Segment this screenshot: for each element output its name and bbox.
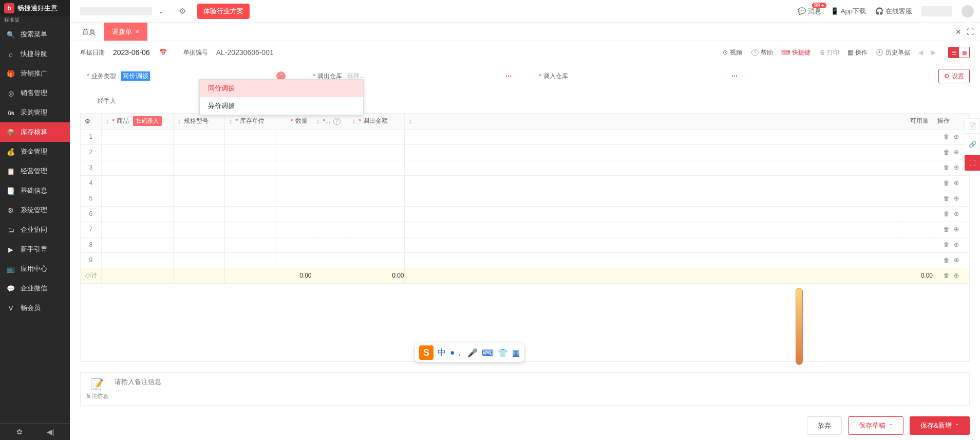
more-icon[interactable]: ⋯ xyxy=(505,72,512,80)
menu-guide[interactable]: ▶新手引导 xyxy=(0,240,70,259)
table-row[interactable]: 2🗑⊕ xyxy=(81,144,969,160)
menu-inventory[interactable]: 📦库存核算 xyxy=(0,122,70,142)
ime-punct-icon[interactable]: ●， xyxy=(450,347,463,358)
help-link[interactable]: ?帮助 xyxy=(750,48,773,57)
ime-voice-icon[interactable]: 🎤 xyxy=(467,348,478,358)
collapse-icon[interactable]: ◀| xyxy=(35,428,66,436)
table-row[interactable]: 6🗑⊕ xyxy=(81,206,969,222)
copy-icon[interactable]: ⊕ xyxy=(954,241,959,248)
copy-icon[interactable]: ⊕ xyxy=(954,195,959,202)
column-config-icon[interactable]: ⚙ xyxy=(81,114,101,129)
menu-appcenter[interactable]: 📺应用中心 xyxy=(0,259,70,279)
table-row[interactable]: 9🗑⊕ xyxy=(81,252,969,268)
delete-icon[interactable]: 🗑 xyxy=(944,256,950,264)
copy-icon[interactable]: ⊕ xyxy=(954,226,959,233)
copy-icon[interactable]: ⊕ xyxy=(954,272,959,279)
video-link[interactable]: ⊙视频 xyxy=(723,48,742,57)
tab-close-all-icon[interactable]: ✕ xyxy=(955,28,962,36)
col-spec[interactable]: 规格型号 xyxy=(184,117,209,125)
col-quantity[interactable]: 数量 xyxy=(295,117,308,125)
fullscreen-icon[interactable]: ⛶ xyxy=(967,28,974,36)
sort-icon[interactable]: ▲▼ xyxy=(106,119,109,124)
menu-system[interactable]: ⚙系统管理 xyxy=(0,200,70,220)
notes-input[interactable] xyxy=(115,378,964,386)
operate-link[interactable]: ▦操作 xyxy=(847,48,868,57)
view-list-icon[interactable]: ☰ xyxy=(949,47,959,58)
config-button[interactable]: ⚙设置 xyxy=(938,69,970,83)
dock-expand-icon[interactable]: ⛶ xyxy=(965,155,980,171)
out-warehouse-select[interactable]: 选择... ⋯ xyxy=(347,69,512,83)
sort-icon[interactable]: ▲▼ xyxy=(178,119,181,124)
menu-collab[interactable]: 🗂企业协同 xyxy=(0,220,70,240)
copy-icon[interactable]: ⊕ xyxy=(954,210,959,217)
ime-lang[interactable]: 中 xyxy=(438,347,446,358)
copy-icon[interactable]: ⊕ xyxy=(954,149,959,156)
dropdown-option-same-price[interactable]: 同价调拨 xyxy=(200,80,363,97)
menu-business[interactable]: 📋经营管理 xyxy=(0,161,70,181)
col-ellipsis[interactable]: *... xyxy=(323,118,330,125)
menu-quicknav[interactable]: ⌂快捷导航 xyxy=(0,44,70,64)
next-icon[interactable]: ▶ xyxy=(931,49,936,56)
col-out-amount[interactable]: 调出金额 xyxy=(363,117,388,125)
settings-button[interactable]: ⚙ xyxy=(173,3,192,19)
save-draft-button[interactable]: 保存草稿⌃ xyxy=(848,416,903,435)
abandon-button[interactable]: 放弃 xyxy=(807,416,842,435)
print-link[interactable]: 🖨打印 xyxy=(819,48,839,57)
ime-keyboard-icon[interactable]: ⌨ xyxy=(482,348,494,358)
help-icon[interactable]: ? xyxy=(333,118,341,125)
dropdown-option-diff-price[interactable]: 异价调拨 xyxy=(200,97,363,115)
messages-link[interactable]: 💬 消息 99 + xyxy=(798,7,821,16)
view-grid-icon[interactable]: ▦ xyxy=(959,47,969,58)
delete-icon[interactable]: 🗑 xyxy=(944,195,950,202)
thermometer-widget[interactable] xyxy=(796,288,803,365)
experience-plan-button[interactable]: 体验行业方案 xyxy=(197,4,250,19)
copy-icon[interactable]: ⊕ xyxy=(954,133,959,140)
delete-icon[interactable]: 🗑 xyxy=(944,272,950,279)
scan-badge[interactable]: 扫码录入 xyxy=(133,116,162,126)
support-link[interactable]: 🎧在线客服 xyxy=(875,7,912,16)
delete-icon[interactable]: 🗑 xyxy=(944,210,950,217)
ime-logo-icon[interactable]: S xyxy=(419,345,434,360)
copy-icon[interactable]: ⊕ xyxy=(954,164,959,171)
delete-icon[interactable]: 🗑 xyxy=(944,133,950,140)
in-warehouse-select[interactable]: ⋯ xyxy=(573,69,738,83)
app-download-link[interactable]: 📱App下载 xyxy=(831,7,866,16)
hotkey-link[interactable]: ⌨快捷键 xyxy=(781,48,811,57)
settings-icon[interactable]: ✿ xyxy=(4,428,35,436)
org-selector[interactable]: ⌄ xyxy=(76,5,167,17)
menu-wechat[interactable]: 💬企业微信 xyxy=(0,279,70,298)
more-icon[interactable]: ⋯ xyxy=(731,72,738,80)
table-row[interactable]: 5🗑⊕ xyxy=(81,191,969,206)
sort-icon[interactable]: ▲▼ xyxy=(352,119,356,124)
sort-icon[interactable]: ▲▼ xyxy=(409,119,412,124)
calendar-icon[interactable]: 📅 xyxy=(159,49,167,56)
delete-icon[interactable]: 🗑 xyxy=(944,179,950,187)
prev-icon[interactable]: ◀ xyxy=(918,49,923,56)
table-row[interactable]: 4🗑⊕ xyxy=(81,175,969,191)
col-product[interactable]: 商品 xyxy=(117,117,129,125)
close-icon[interactable]: ✕ xyxy=(135,29,139,34)
copy-icon[interactable]: ⊕ xyxy=(954,256,959,264)
delete-icon[interactable]: 🗑 xyxy=(944,149,950,156)
ime-skin-icon[interactable]: 👕 xyxy=(498,348,508,358)
sort-icon[interactable]: ▲▼ xyxy=(316,119,320,124)
menu-sales[interactable]: ◎销售管理 xyxy=(0,83,70,103)
table-row[interactable]: 7🗑⊕ xyxy=(81,222,969,237)
ime-toolbar[interactable]: S 中 ●， 🎤 ⌨ 👕 ▦ xyxy=(415,343,524,362)
sort-icon[interactable]: ▲▼ xyxy=(229,119,233,124)
dock-note-icon[interactable]: 📄 xyxy=(965,118,980,134)
avatar[interactable] xyxy=(962,5,974,17)
tab-transfer-order[interactable]: 调拨单 ✕ xyxy=(104,23,147,41)
copy-icon[interactable]: ⊕ xyxy=(954,179,959,187)
table-row[interactable]: 1🗑⊕ xyxy=(81,129,969,144)
menu-basic-info[interactable]: 📑基础信息 xyxy=(0,181,70,200)
ime-toolbox-icon[interactable]: ▦ xyxy=(512,348,520,358)
table-row[interactable]: 3🗑⊕ xyxy=(81,160,969,175)
dock-attach-icon[interactable]: 🔗 xyxy=(965,137,980,152)
delete-icon[interactable]: 🗑 xyxy=(944,226,950,233)
table-row[interactable]: 8🗑⊕ xyxy=(81,237,969,252)
menu-search[interactable]: 🔍搜索菜单 xyxy=(0,25,70,44)
menu-finance[interactable]: 💰资金管理 xyxy=(0,142,70,161)
menu-purchase[interactable]: 🛍采购管理 xyxy=(0,103,70,122)
date-value[interactable]: 2023-06-06 xyxy=(113,48,150,57)
